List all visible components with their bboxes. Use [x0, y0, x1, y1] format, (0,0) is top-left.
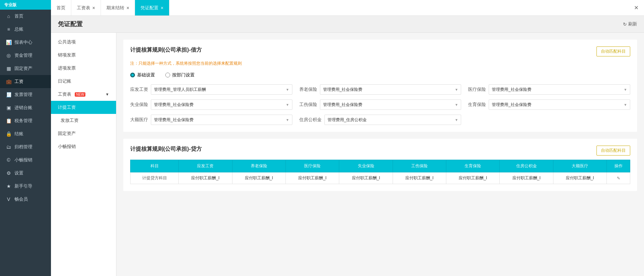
left-menu: 公共选项 销项发票 进项发票 日记账 工资表 NEW ▼ 计提工资 发放工资 — [51, 33, 116, 276]
menu-item-xiaochang-expense[interactable]: 小畅报销 — [51, 140, 116, 153]
select-gongshang[interactable]: 管理费用_社会保险费 ▼ — [320, 99, 461, 110]
debit-section-note: 注：只能选择一种方式，系统将按照您当前的选择来配置规则 — [130, 61, 630, 66]
th-shengyu: 生育保险 — [446, 160, 500, 172]
td-yanglao: 应付职工薪酬_I — [232, 172, 285, 184]
sidebar-item-invoice[interactable]: 🧾 发票管理 — [0, 88, 51, 101]
select-shengyu[interactable]: 管理费用_社会保险费 ▼ — [489, 99, 630, 110]
sidebar-label: 畅会员 — [14, 196, 28, 202]
select-yanglao-value: 管理费用_社会保险费 — [323, 87, 363, 93]
th-yiliao: 医疗保险 — [285, 160, 339, 172]
refresh-button[interactable]: ↻ 刷新 — [623, 21, 637, 27]
asset-icon: ▦ — [6, 66, 12, 71]
tab-bar-end: ✕ — [634, 4, 644, 11]
menu-item-public[interactable]: 公共选项 — [51, 35, 116, 49]
select-gjj[interactable]: 管理费用_住房公积金 ▼ — [324, 115, 461, 125]
sidebar-label: 固定资产 — [14, 65, 32, 72]
field-yanglao: 养老保险 管理费用_社会保险费 ▼ — [299, 84, 461, 95]
sidebar-item-archive[interactable]: 🗂 归档管理 — [0, 140, 51, 153]
tab-voucher-label: 凭证配置 — [141, 5, 158, 11]
radio-basic-input[interactable] — [130, 73, 135, 77]
th-daeyiliao: 大额医疗 — [553, 160, 606, 172]
td-action[interactable]: ✎ — [607, 172, 630, 184]
sidebar-item-settings[interactable]: ⚙ 设置 — [0, 167, 51, 180]
select-gongshang-value: 管理费用_社会保险费 — [323, 102, 363, 108]
td-yiliao: 应付职工薪酬_I — [285, 172, 339, 184]
select-yiliao[interactable]: 管理费用_社会保险费 ▼ — [489, 84, 630, 95]
tab-period-close[interactable]: 期末结转 × — [101, 0, 135, 15]
brand-header: 专业版 — [0, 0, 51, 10]
select-yanglao[interactable]: 管理费用_社会保险费 ▼ — [320, 84, 461, 95]
field-daeyiliao: 大额医疗 管理费用_社会保险费 ▼ — [130, 115, 292, 125]
select-yingfa[interactable]: 管理费用_管理人员职工薪酬 ▼ — [151, 84, 292, 95]
chevron-down-icon: ▼ — [286, 118, 289, 122]
menu-item-salary-table[interactable]: 工资表 NEW ▼ — [51, 88, 116, 101]
debit-row-2: 失业保险 管理费用_社会保险费 ▼ 工伤保险 管理费用_社会保险费 ▼ — [130, 99, 630, 110]
chevron-down-icon: ▼ — [105, 92, 109, 96]
debit-auto-match-button[interactable]: 自动匹配科目 — [596, 46, 630, 56]
chevron-down-icon: ▼ — [455, 103, 458, 107]
tab-period-close-btn[interactable]: × — [126, 5, 129, 11]
table-row: 计提贷方科目 应付职工薪酬_I 应付职工薪酬_I 应付职工薪酬_I 应付职工薪酬… — [131, 172, 630, 184]
sidebar-label: 首页 — [14, 13, 23, 19]
credit-section-header: 计提核算规则(公司承担)-贷方 自动匹配科目 — [130, 146, 630, 156]
menu-item-input-invoice[interactable]: 进项发票 — [51, 62, 116, 75]
td-subject-label: 计提贷方科目 — [131, 172, 179, 184]
refresh-icon: ↻ — [623, 22, 627, 27]
sidebar-label: 结账 — [14, 131, 23, 137]
select-yiliao-value: 管理费用_社会保险费 — [492, 87, 531, 93]
select-gjj-value: 管理费用_住房公积金 — [328, 117, 367, 123]
label-yanglao: 养老保险 — [299, 86, 317, 93]
select-shengyu-value: 管理费用_社会保险费 — [492, 102, 531, 108]
menu-public-label: 公共选项 — [58, 39, 76, 45]
menu-item-red-invoice[interactable]: 销项发票 — [51, 49, 116, 62]
label-gjj: 住房公积金 — [299, 117, 322, 123]
credit-auto-match-button[interactable]: 自动匹配科目 — [596, 146, 630, 156]
window-close-icon[interactable]: ✕ — [634, 5, 638, 11]
tab-bar: 首页 工资表 × 期末结转 × 凭证配置 × ✕ — [51, 0, 644, 16]
tab-salary-close[interactable]: × — [92, 5, 95, 11]
sidebar-label: 报表中心 — [14, 39, 32, 45]
sidebar-item-salary[interactable]: 💼 工资 — [0, 75, 51, 88]
menu-item-pay-salary[interactable]: 发放工资 — [51, 114, 116, 127]
field-gongshang: 工伤保险 管理费用_社会保险费 ▼ — [299, 99, 461, 110]
menu-item-fixed-assets[interactable]: 固定资产 — [51, 127, 116, 140]
tab-voucher-close[interactable]: × — [160, 5, 163, 11]
sidebar-item-report[interactable]: 📊 报表中心 — [0, 36, 51, 49]
xiaochang-icon: © — [6, 157, 12, 163]
td-shengyu: 应付职工薪酬_I — [446, 172, 500, 184]
sidebar-label: 归档管理 — [14, 144, 32, 150]
sidebar-item-close[interactable]: 🔒 结账 — [0, 127, 51, 140]
sidebar-item-member[interactable]: V 畅会员 — [0, 193, 51, 206]
radio-department-input[interactable] — [165, 73, 170, 77]
sidebar-item-ledger[interactable]: ≡ 总账 — [0, 23, 51, 36]
debit-row-3: 大额医疗 管理费用_社会保险费 ▼ 住房公积金 管理费用_住房公积金 ▼ — [130, 115, 630, 125]
menu-item-calc-salary[interactable]: 计提工资 — [51, 101, 116, 114]
tab-salary-table[interactable]: 工资表 × — [71, 0, 101, 15]
label-shiye: 失业保险 — [130, 102, 148, 108]
select-yingfa-value: 管理费用_管理人员职工薪酬 — [154, 87, 206, 93]
sidebar: 专业版 ⌂ 首页 ≡ 总账 📊 报表中心 ◎ 资金管理 ▦ 固定资产 💼 工资 … — [0, 0, 51, 276]
tab-home[interactable]: 首页 — [51, 0, 71, 15]
sidebar-item-tax[interactable]: 📋 税务管理 — [0, 114, 51, 127]
menu-red-invoice-label: 销项发票 — [58, 52, 76, 58]
content-area: 公共选项 销项发票 进项发票 日记账 工资表 NEW ▼ 计提工资 发放工资 — [51, 33, 644, 276]
ledger-icon: ≡ — [6, 26, 12, 32]
debit-row-1: 应发工资 管理费用_管理人员职工薪酬 ▼ 养老保险 管理费用_社会保险费 ▼ — [130, 84, 630, 95]
sidebar-item-guide[interactable]: ★ 新手引导 — [0, 180, 51, 193]
tab-voucher-config[interactable]: 凭证配置 × — [135, 0, 169, 15]
sidebar-item-home[interactable]: ⌂ 首页 — [0, 10, 51, 23]
edit-icon[interactable]: ✎ — [617, 176, 620, 181]
sidebar-item-xiaochang[interactable]: © 小畅报销 — [0, 153, 51, 167]
radio-department[interactable]: 按部门设置 — [165, 72, 195, 78]
sidebar-item-stock[interactable]: ▣ 进销台账 — [0, 101, 51, 114]
sidebar-item-asset[interactable]: ▦ 固定资产 — [0, 62, 51, 75]
sidebar-item-fund[interactable]: ◎ 资金管理 — [0, 49, 51, 62]
select-daeyiliao[interactable]: 管理费用_社会保险费 ▼ — [151, 115, 292, 125]
menu-item-journal[interactable]: 日记账 — [51, 75, 116, 88]
select-shiye-value: 管理费用_社会保险费 — [154, 102, 194, 108]
sidebar-label: 总账 — [14, 26, 23, 32]
select-shiye[interactable]: 管理费用_社会保险费 ▼ — [151, 99, 292, 110]
debit-section-header: 计提核算规则(公司承担)-借方 自动匹配科目 — [130, 46, 630, 56]
radio-basic[interactable]: 基础设置 — [130, 72, 155, 78]
th-yingfa: 应发工资 — [179, 160, 232, 172]
